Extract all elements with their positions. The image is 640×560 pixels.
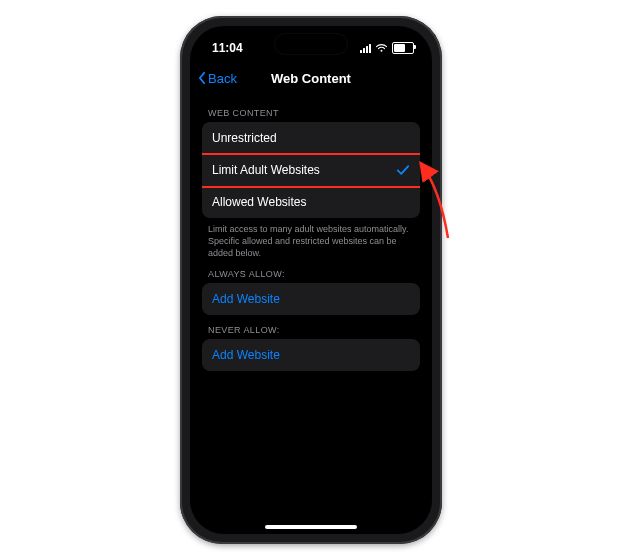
add-website-never-allow[interactable]: Add Website <box>202 339 420 371</box>
wifi-icon <box>375 43 388 53</box>
option-label: Unrestricted <box>212 131 277 145</box>
home-indicator <box>265 525 357 529</box>
option-limit-adult-websites[interactable]: Limit Adult Websites <box>202 154 420 186</box>
add-website-label: Add Website <box>212 292 280 306</box>
add-website-label: Add Website <box>212 348 280 362</box>
battery-icon <box>392 42 414 54</box>
add-website-always-allow[interactable]: Add Website <box>202 283 420 315</box>
option-unrestricted[interactable]: Unrestricted <box>202 122 420 154</box>
never-allow-group: Add Website <box>202 339 420 371</box>
phone-screen: 11:04 <box>190 26 432 534</box>
content-scroll: WEB CONTENT Unrestricted Limit Adult Web… <box>190 98 432 534</box>
nav-bar: Back Web Content <box>190 62 432 94</box>
status-bar: 11:04 <box>190 26 432 66</box>
section-header-always-allow: ALWAYS ALLOW: <box>202 259 420 283</box>
back-label: Back <box>208 71 237 86</box>
web-content-group: Unrestricted Limit Adult Websites Allowe… <box>202 122 420 218</box>
page-title: Web Content <box>271 71 351 86</box>
web-content-footer: Limit access to many adult websites auto… <box>202 218 420 259</box>
chevron-left-icon <box>198 72 206 84</box>
phone-frame: 11:04 <box>180 16 442 544</box>
section-header-never-allow: NEVER ALLOW: <box>202 315 420 339</box>
checkmark-icon <box>396 163 410 177</box>
section-header-web-content: WEB CONTENT <box>202 98 420 122</box>
option-label: Limit Adult Websites <box>212 163 320 177</box>
status-time: 11:04 <box>212 41 243 55</box>
cellular-signal-icon <box>360 43 371 53</box>
option-label: Allowed Websites <box>212 195 307 209</box>
option-allowed-websites[interactable]: Allowed Websites <box>202 186 420 218</box>
back-button[interactable]: Back <box>198 71 237 86</box>
always-allow-group: Add Website <box>202 283 420 315</box>
